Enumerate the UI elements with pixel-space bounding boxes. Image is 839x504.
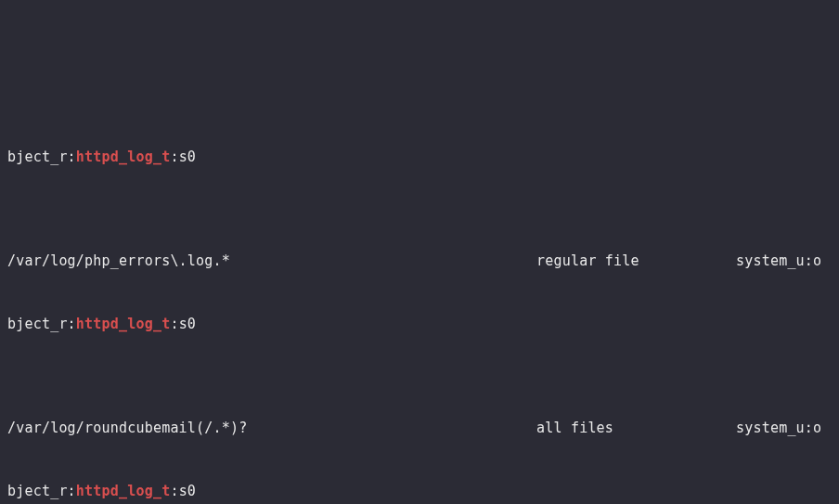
context-wrap-line: bject_r:httpd_log_t:s0	[0, 147, 839, 168]
terminal[interactable]: bject_r:httpd_log_t:s0 /var/log/php_erro…	[0, 63, 839, 505]
context-wrap-line: bject_r:httpd_log_t:s0	[0, 481, 839, 502]
selinux-type: httpd_log_t	[76, 149, 171, 165]
file-type: regular file	[536, 251, 736, 272]
wrap-prefix: bject_r:	[7, 483, 76, 499]
fcontext-row: /var/log/php_errors\.log.*regular filesy…	[0, 251, 839, 272]
wrap-suffix: :s0	[170, 483, 196, 499]
path-pattern: /var/log/roundcubemail(/.*)?	[0, 418, 536, 439]
fcontext-row: /var/log/roundcubemail(/.*)?all filessys…	[0, 418, 839, 439]
context-wrap-line: bject_r:httpd_log_t:s0	[0, 314, 839, 335]
context: system_u:o	[736, 251, 821, 272]
wrap-suffix: :s0	[170, 316, 196, 332]
wrap-prefix: bject_r:	[7, 149, 76, 165]
selinux-type: httpd_log_t	[76, 483, 171, 499]
wrap-prefix: bject_r:	[7, 316, 76, 332]
path-pattern: /var/log/php_errors\.log.*	[0, 251, 536, 272]
selinux-type: httpd_log_t	[76, 316, 171, 332]
context: system_u:o	[736, 418, 821, 439]
file-type: all files	[536, 418, 736, 439]
wrap-suffix: :s0	[170, 149, 196, 165]
